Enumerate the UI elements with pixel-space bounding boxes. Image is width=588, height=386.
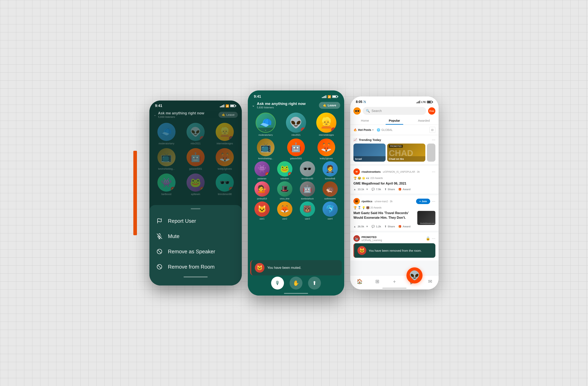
downvote-icon[interactable]: ▼ — [366, 188, 368, 191]
comments-button[interactable]: 💬 7.5k — [372, 188, 381, 191]
post-title-gme: GME Megathread for April 06, 2021 — [354, 181, 435, 186]
tab-home[interactable]: Home — [350, 116, 380, 125]
join-button[interactable]: + Join — [416, 199, 430, 204]
subreddit-icon-politics: 🏛 — [354, 198, 360, 204]
hand-badge: ✋ — [288, 172, 292, 176]
share-label-politics: Share — [388, 225, 395, 228]
nav-mail-icon[interactable]: ✉ — [428, 279, 432, 284]
post-author-promoted: u/OReilly_Learning — [361, 239, 424, 242]
award-button-politics[interactable]: 🎁 Award — [398, 225, 411, 228]
comments-button-politics[interactable]: 💬 1.2k — [372, 225, 381, 228]
listeners-row4: 🐱 user1 🦊 user2 🐻 user3 — [248, 201, 344, 221]
comment-icon-politics: 💬 — [372, 225, 375, 228]
svg-line-7 — [158, 265, 161, 268]
globe-icon: 🌐 — [377, 128, 380, 132]
avatar-item-internetdesigns: 👱 🔇 internetdesigns — [212, 123, 238, 145]
mic-off-icon — [156, 233, 163, 240]
avatar-circle: 🕶️ ✋ — [216, 174, 234, 192]
left-accent-bar — [133, 151, 137, 235]
remove-speaker-item[interactable]: Remove as Speaker — [149, 244, 242, 259]
svg-line-5 — [158, 250, 161, 253]
upvote-icon[interactable]: ▲ — [354, 188, 356, 191]
upvote-icon-politics[interactable]: ▲ — [354, 225, 356, 228]
avatar-circle-featured: 🧢 ● — [256, 113, 276, 133]
block2-icon — [156, 263, 163, 271]
post-thumbnail-gaetz: thedailybeast.com — [417, 211, 435, 225]
downvote-icon-politics[interactable]: ▼ — [366, 225, 368, 228]
search-input[interactable]: 🔍 Search — [363, 107, 426, 115]
award-button-wsb[interactable]: 🎁 Award — [398, 188, 411, 191]
upvote-count: 13.1k — [358, 188, 364, 191]
trending-card-israel[interactable]: Israel — [354, 143, 386, 162]
upvote-count-politics: 26.5k — [358, 225, 364, 228]
post-row-politics: Matt Gaetz Said His 'Travel Records' Wou… — [354, 211, 435, 225]
listener-dumbstarbuck: 🤖 dumbstarbuck — [297, 181, 318, 200]
tab-popular[interactable]: Popular — [380, 116, 409, 125]
post-meta-text-promoted: PROMOTED u/OReilly_Learning — [361, 235, 424, 242]
listener-teddy2gloves: 🦊 teddy2gloves — [312, 138, 341, 160]
trending-more-icon[interactable]: ⋯ — [432, 137, 435, 142]
listeners-count: 5,830 listeners — [158, 115, 204, 118]
post-awards-politics: 🏆 🥈 💡 🐻 20 Awards — [354, 206, 435, 209]
mic-muted-badge: ✋ — [200, 187, 204, 191]
phone3-filters: 🔥 Hot Posts ▾ 🌐 GLOBAL ⊟ — [350, 125, 439, 135]
speaker-item-moderatorlarry: 🧢 ● moderatorlarry — [252, 113, 280, 136]
phone3-tabs: Home Popular Awarded — [350, 116, 439, 125]
global-label: GLOBAL — [381, 128, 393, 132]
carrier-text: LTE — [421, 101, 426, 104]
subreddit-name[interactable]: r/wallstreetbets — [361, 170, 380, 173]
post-meta-promoted: 📚 PROMOTED u/OReilly_Learning 🔒 ⋯ — [354, 235, 435, 242]
share-button-politics[interactable]: ⬆ Share — [384, 225, 395, 228]
raise-hand-button[interactable]: ✋ — [290, 277, 302, 290]
vote-section: ▲ 13.1k ▼ — [354, 188, 368, 191]
avatar-circle: 🧢 — [157, 123, 175, 141]
listeners-row2: 👾 ✋ pastaman 🐸 ✋ turbotime 🕶️ — [248, 160, 344, 181]
removed-text: You have been removed from the room. — [369, 249, 422, 252]
reddit-logo: 👽 — [406, 267, 422, 283]
award-icon-politics: 🎁 — [398, 225, 401, 228]
home-indicator — [184, 276, 208, 277]
share-button[interactable]: ⬆ — [308, 277, 321, 290]
subreddit-name-politics[interactable]: r/politics — [361, 200, 372, 203]
avatar-item-galaxie5001: 🤖 galaxie5001 — [183, 148, 209, 170]
mute-item[interactable]: Mute — [149, 228, 242, 244]
avatars-grid: 🧢 moderatorlarry 👽 🔇 mbv2021 👱 🔇 — [149, 121, 242, 198]
wifi-icon: 📶 — [226, 104, 229, 108]
avatar-item-teddy2gloves: 🦊 teddy2gloves — [212, 148, 238, 170]
subreddit-icon-oreilly: 📚 — [354, 235, 360, 242]
post-more-icon[interactable]: ⋯ — [432, 169, 435, 174]
avatar-circle: 👱 🔇 — [216, 123, 234, 141]
avatar-circle: 📺 — [157, 148, 175, 166]
sheet-handle — [191, 208, 200, 209]
nav-home-icon[interactable]: 🏠 — [357, 279, 363, 284]
microphone-button[interactable]: 🎙 — [271, 277, 284, 290]
comments-count-politics: 1.2k — [376, 225, 381, 228]
tab-awarded[interactable]: Awarded — [409, 116, 439, 125]
block-icon — [156, 248, 163, 255]
global-button[interactable]: 🌐 GLOBAL — [377, 128, 393, 132]
remove-room-item[interactable]: Remove from Room — [149, 259, 242, 274]
nav-plus-icon[interactable]: ＋ — [392, 278, 397, 285]
comment-icon: 💬 — [372, 188, 375, 191]
layout-toggle-button[interactable]: ⊟ — [429, 127, 435, 133]
mic-muted-badge: ✋ — [171, 187, 175, 191]
free-badge: Free — [428, 107, 435, 114]
avatar-circle: 🤖 — [187, 148, 205, 166]
search-icon: 🔍 — [366, 109, 370, 113]
post-more-icon-politics[interactable]: ⋯ — [432, 199, 435, 204]
listener-user3: 🐻 user3 — [297, 202, 318, 220]
phone2-header: ⌄ Ask me anything right now 5,830 listen… — [248, 100, 344, 111]
leave-button[interactable]: 🤙 Leave — [218, 112, 238, 118]
hot-posts-button[interactable]: 🔥 Hot Posts ▾ — [354, 128, 374, 132]
leave-button-p2[interactable]: 🤙 Leave — [319, 102, 340, 109]
report-user-item[interactable]: Report User — [149, 213, 242, 228]
trending-card-chad[interactable]: PROMOTED CHAD Chad on tbs — [387, 143, 425, 162]
speaker-item-internetdesigns: 👱 🔇 internetdesigns — [312, 113, 341, 136]
post-more-icon-promoted[interactable]: ⋯ — [432, 236, 435, 241]
mute-label: Mute — [168, 233, 180, 239]
post-author: · u/OPINION_IS_UNPOPULAR · 3h — [381, 170, 420, 173]
subreddit-icon-wsb: W — [354, 168, 360, 175]
share-button-wsb[interactable]: ⬆ Share — [384, 188, 395, 191]
nav-grid-icon[interactable]: ⊞ — [375, 279, 379, 284]
user-avatar-reddit[interactable]: 🕶️ — [354, 107, 361, 114]
